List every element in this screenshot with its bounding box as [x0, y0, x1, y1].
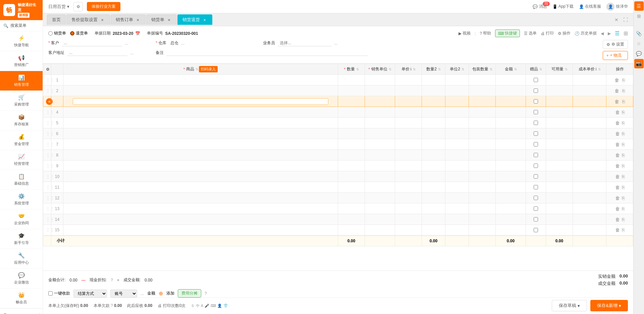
available-cell[interactable]	[546, 107, 573, 118]
pack-qty-cell[interactable]	[469, 150, 496, 161]
gift-checkbox[interactable]	[534, 153, 538, 157]
qty-cell[interactable]	[338, 150, 365, 161]
delete-row-button[interactable]: 🗑	[614, 152, 621, 158]
sidebar-item-apps[interactable]: 🔧 应用中心	[0, 249, 43, 269]
cost-price-cell[interactable]	[573, 75, 606, 85]
star-icon[interactable]: ☆	[634, 39, 644, 48]
unit2-cell[interactable]	[445, 214, 469, 225]
cost-price-cell[interactable]	[573, 182, 606, 193]
gift-checkbox[interactable]	[534, 185, 538, 189]
card-view-icon[interactable]: ⊞	[634, 11, 644, 21]
unit-cell[interactable]	[365, 161, 395, 171]
qty2-cell[interactable]	[422, 161, 445, 171]
settle-method-select[interactable]: 结算方式	[73, 290, 107, 298]
amount-cell[interactable]	[496, 128, 526, 139]
save-draft-button[interactable]: 保存草稿 ▾	[552, 300, 587, 311]
price-cell[interactable]	[395, 182, 422, 193]
copy-row-button[interactable]: ⎘	[621, 110, 626, 115]
sidebar-item-marketing[interactable]: 📢 营销推广	[0, 51, 43, 71]
product-cell[interactable]	[63, 214, 338, 225]
unit2-cell[interactable]	[445, 75, 469, 85]
save-new-button[interactable]: 保存&新增 ▾	[590, 300, 628, 311]
pack-qty-cell[interactable]	[469, 118, 496, 128]
qty2-cell[interactable]	[422, 182, 445, 193]
tab-close-sales-return[interactable]: ×	[202, 17, 207, 22]
gift-cell[interactable]	[526, 118, 546, 128]
copy-row-button[interactable]: ⎘	[621, 185, 626, 190]
sidebar-item-system[interactable]: ⚙️ 系统管理	[0, 190, 43, 209]
delete-row-button[interactable]: 🗑	[614, 195, 621, 201]
delete-row-button[interactable]: 🗑	[614, 185, 621, 190]
unit-cell[interactable]	[365, 128, 395, 139]
cost-sort-icon[interactable]: ⇅	[598, 67, 601, 71]
qty2-sort-icon[interactable]: ⇅	[438, 67, 441, 71]
unit-cell[interactable]	[365, 203, 395, 214]
unit2-cell[interactable]	[445, 139, 469, 150]
product-cell[interactable]	[63, 161, 338, 171]
address-select-icon[interactable]: ...	[130, 51, 133, 55]
sidebar-item-quick-nav[interactable]: ⚡ 快捷导航	[0, 32, 43, 51]
drag-handle[interactable]: ⋮⋮	[43, 203, 51, 214]
drag-handle[interactable]: ⋮⋮	[43, 171, 51, 182]
delete-row-button[interactable]: 🗑	[613, 88, 620, 93]
pack-qty-cell[interactable]	[469, 203, 496, 214]
nav-prev-button[interactable]: ◀	[601, 31, 604, 36]
gift-checkbox[interactable]	[534, 164, 538, 168]
sidebar-item-enterprise[interactable]: 🤝 企业协同	[0, 209, 43, 229]
cost-price-cell[interactable]	[573, 225, 606, 236]
amount-cell[interactable]	[496, 107, 526, 118]
amount-cell[interactable]	[496, 182, 526, 193]
cost-price-cell[interactable]	[573, 85, 606, 96]
product-cell[interactable]	[63, 139, 338, 150]
price-cell[interactable]	[395, 150, 422, 161]
qty-cell[interactable]	[338, 225, 365, 236]
qty-cell[interactable]	[338, 214, 365, 225]
tab-close-price-settings[interactable]: ×	[100, 17, 105, 22]
amount-cell[interactable]	[496, 96, 526, 107]
available-cell[interactable]	[546, 96, 573, 107]
unit-cell[interactable]	[365, 85, 395, 96]
sidebar-item-sales[interactable]: 📊 销售管理	[0, 71, 43, 91]
unit2-cell[interactable]	[445, 128, 469, 139]
product-cell-active[interactable]	[63, 96, 338, 107]
qty2-cell[interactable]	[422, 150, 445, 161]
sidebar-item-ops[interactable]: 📈 经营管理	[0, 150, 43, 170]
product-input[interactable]	[73, 98, 328, 105]
unit2-cell[interactable]	[445, 182, 469, 193]
pack-qty-cell[interactable]	[469, 193, 496, 203]
product-cell[interactable]	[63, 150, 338, 161]
available-cell[interactable]	[546, 214, 573, 225]
pack-qty-cell[interactable]	[469, 139, 496, 150]
video-help-button[interactable]: ▶ 视频	[459, 30, 471, 36]
amount-cell[interactable]	[496, 150, 526, 161]
copy-row-button[interactable]: ⎘	[621, 174, 626, 179]
qty2-cell[interactable]	[422, 193, 445, 203]
available-cell[interactable]	[546, 193, 573, 203]
account-select[interactable]: 账号	[110, 290, 137, 298]
product-cell[interactable]	[63, 85, 338, 96]
amount-cell[interactable]	[496, 225, 526, 236]
sidebar-collapse-icon[interactable]: ◀	[36, 312, 40, 314]
delete-row-button[interactable]: 🗑	[614, 206, 621, 211]
gift-cell[interactable]	[526, 171, 546, 182]
nav-next-button[interactable]: ▶	[608, 31, 611, 36]
one-click-pay-checkbox[interactable]: 一键收款	[48, 291, 70, 296]
customer-select-icon[interactable]: ...	[125, 41, 128, 46]
price-cell[interactable]	[395, 107, 422, 118]
copy-row-button[interactable]: ⎘	[621, 227, 626, 233]
qty-cell[interactable]	[338, 139, 365, 150]
app-download-button[interactable]: 📱 App下载	[552, 4, 574, 9]
cost-price-cell[interactable]	[573, 128, 606, 139]
drag-handle[interactable]: ⋮⋮	[43, 193, 51, 203]
add-logistics-button[interactable]: + + 物流	[603, 51, 628, 60]
qty2-cell[interactable]	[422, 85, 445, 96]
delete-row-button[interactable]: 🗑	[613, 77, 620, 83]
unit-cell[interactable]	[365, 139, 395, 150]
available-cell[interactable]	[546, 225, 573, 236]
available-cell[interactable]	[546, 118, 573, 128]
gift-checkbox[interactable]	[534, 131, 538, 136]
available-cell[interactable]	[546, 161, 573, 171]
sidebar-item-wechat[interactable]: 💬 企业微信	[0, 269, 43, 289]
select-doc-button[interactable]: ☰ 选单	[524, 30, 537, 36]
customer-address-input[interactable]	[67, 50, 127, 56]
